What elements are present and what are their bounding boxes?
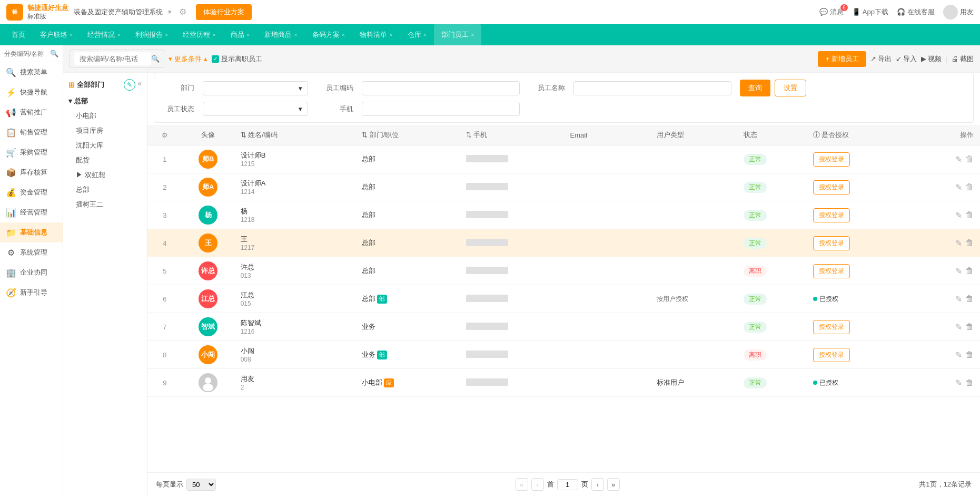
dropdown-icon[interactable]: ▾ bbox=[168, 8, 172, 16]
settings-icon[interactable]: ⚙ bbox=[179, 7, 186, 17]
edit-button[interactable]: ✎ bbox=[955, 210, 962, 220]
page-number-input[interactable] bbox=[557, 479, 578, 490]
col-header-dept[interactable]: ⇅ 部门/职位 bbox=[355, 125, 460, 145]
tab-barcode[interactable]: 条码方案 × bbox=[305, 24, 352, 45]
sidebar-item-guide[interactable]: 🧭新手引导 bbox=[0, 283, 63, 303]
dept-node-projectroom[interactable]: 项目库房 bbox=[63, 123, 147, 138]
tab-operations[interactable]: 经营情况 × bbox=[80, 24, 127, 45]
app-download-action[interactable]: 📱 App下载 bbox=[852, 7, 888, 17]
tab-customer[interactable]: 客户联络 × bbox=[33, 24, 80, 45]
auth-login-button[interactable]: 授权登录 bbox=[813, 152, 850, 167]
support-action[interactable]: 🎧 在线客服 bbox=[897, 7, 935, 17]
dept-edit-button[interactable]: ✎ bbox=[124, 79, 135, 91]
dept-node-shuanghui[interactable]: ▶ 双虹想 bbox=[63, 168, 147, 182]
user-action[interactable]: 用友 bbox=[943, 5, 974, 20]
close-icon[interactable]: × bbox=[70, 32, 73, 38]
auth-login-button[interactable]: 授权登录 bbox=[813, 264, 850, 278]
emp-code-input[interactable] bbox=[362, 81, 520, 95]
auth-login-button[interactable]: 授权登录 bbox=[813, 208, 850, 222]
next-page-button[interactable]: › bbox=[591, 478, 604, 491]
auth-login-button[interactable]: 授权登录 bbox=[813, 236, 850, 250]
tab-profit[interactable]: 利润报告 × bbox=[128, 24, 175, 45]
tab-history[interactable]: 经营历程 × bbox=[175, 24, 223, 45]
dept-node-peihuo[interactable]: 配货 bbox=[63, 153, 147, 168]
sidebar-item-company[interactable]: 🏢企业协同 bbox=[0, 262, 63, 283]
delete-button[interactable]: 🗑 bbox=[965, 182, 974, 192]
tab-material[interactable]: 物料清单 × bbox=[352, 24, 400, 45]
dept-node-puji[interactable]: 插树王二 bbox=[63, 197, 147, 212]
page-size-select[interactable]: 50 100 200 bbox=[186, 479, 216, 491]
edit-button[interactable]: ✎ bbox=[955, 294, 962, 304]
tab-newgoods[interactable]: 新增商品 × bbox=[257, 24, 304, 45]
auth-login-button[interactable]: 授权登录 bbox=[813, 180, 850, 194]
delete-button[interactable]: 🗑 bbox=[965, 294, 974, 304]
delete-button[interactable]: 🗑 bbox=[965, 322, 974, 332]
print-button[interactable]: 🖨 截图 bbox=[952, 54, 974, 64]
add-employee-button[interactable]: + 新增员工 bbox=[818, 51, 866, 67]
edit-button[interactable]: ✎ bbox=[955, 182, 962, 192]
auth-login-button[interactable]: 授权登录 bbox=[813, 320, 850, 334]
tab-warehouse[interactable]: 仓库 × bbox=[400, 24, 434, 45]
close-icon[interactable]: × bbox=[212, 32, 215, 38]
emp-status-select[interactable]: ▾ bbox=[203, 102, 308, 116]
edit-button[interactable]: ✎ bbox=[955, 350, 962, 360]
sidebar-item-operation[interactable]: 📊经营管理 bbox=[0, 202, 63, 222]
close-icon[interactable]: × bbox=[117, 32, 120, 38]
sidebar-item-basic[interactable]: 📁基础信息 bbox=[0, 222, 63, 242]
dept-node-zongbu[interactable]: ▾ 总部 bbox=[63, 94, 147, 109]
edit-button[interactable]: ✎ bbox=[955, 378, 962, 388]
sidebar-item-finance[interactable]: 💰资金管理 bbox=[0, 182, 63, 202]
show-resigned-toggle[interactable]: ✓ 显示离职员工 bbox=[212, 54, 262, 64]
close-icon[interactable]: × bbox=[246, 32, 250, 38]
reset-button[interactable]: 设置 bbox=[775, 80, 806, 96]
view-button[interactable]: ▶ 视频 bbox=[921, 54, 942, 64]
dept-collapse-button[interactable]: « bbox=[137, 79, 142, 91]
close-icon[interactable]: × bbox=[165, 32, 168, 38]
sidebar-item-purchase[interactable]: 🛒采购管理 bbox=[0, 142, 63, 162]
prev-page-button[interactable]: ‹ bbox=[531, 478, 544, 491]
edit-button[interactable]: ✎ bbox=[955, 154, 962, 164]
sidebar-item-quick[interactable]: ⚡快捷导航 bbox=[0, 82, 63, 102]
dept-select[interactable]: ▾ bbox=[203, 81, 308, 95]
filter-button[interactable]: ▾ 更多条件 ▴ bbox=[169, 54, 207, 64]
import-button[interactable]: ↙ 导入 bbox=[896, 54, 917, 64]
edit-button[interactable]: ✎ bbox=[955, 322, 962, 332]
trial-button[interactable]: 体验行业方案 bbox=[196, 4, 252, 20]
export-button[interactable]: ↗ 导出 bbox=[870, 54, 892, 64]
close-icon[interactable]: × bbox=[342, 32, 345, 38]
edit-button[interactable]: ✎ bbox=[955, 238, 962, 248]
message-action[interactable]: 💬 消息 6 bbox=[819, 7, 844, 17]
last-page-button[interactable]: » bbox=[607, 478, 620, 491]
tab-goods[interactable]: 商品 × bbox=[223, 24, 257, 45]
sidebar-search-input[interactable] bbox=[4, 50, 48, 57]
dept-node-shenyang[interactable]: 沈阳大库 bbox=[63, 138, 147, 153]
tab-employee[interactable]: 部门员工 × bbox=[434, 24, 481, 45]
close-icon[interactable]: × bbox=[294, 32, 297, 38]
auth-login-button[interactable]: 授权登录 bbox=[813, 348, 850, 362]
first-page-button[interactable]: « bbox=[516, 478, 528, 491]
delete-button[interactable]: 🗑 bbox=[965, 154, 974, 164]
phone-input[interactable] bbox=[362, 102, 520, 116]
delete-button[interactable]: 🗑 bbox=[965, 378, 974, 387]
sidebar-item-system[interactable]: ⚙系统管理 bbox=[0, 242, 63, 262]
query-button[interactable]: 查询 bbox=[740, 80, 770, 96]
col-header-name[interactable]: ⇅ 姓名/编码 bbox=[234, 125, 356, 145]
dept-node-xiaodiandept[interactable]: 小电部 bbox=[63, 109, 147, 123]
col-header-phone[interactable]: ⇅ 手机 bbox=[460, 125, 564, 145]
delete-button[interactable]: 🗑 bbox=[965, 238, 974, 248]
sidebar-item-search[interactable]: 🔍搜索菜单 bbox=[0, 62, 63, 82]
close-icon[interactable]: × bbox=[423, 32, 427, 38]
emp-name-input[interactable] bbox=[573, 81, 731, 95]
delete-button[interactable]: 🗑 bbox=[965, 210, 974, 220]
sidebar-item-inventory[interactable]: 📦库存核算 bbox=[0, 162, 63, 182]
sidebar-item-marketing[interactable]: 📢营销推广 bbox=[0, 102, 63, 122]
delete-button[interactable]: 🗑 bbox=[965, 266, 974, 276]
delete-button[interactable]: 🗑 bbox=[965, 350, 974, 359]
edit-button[interactable]: ✎ bbox=[955, 266, 962, 276]
search-box[interactable]: 🔍 bbox=[70, 50, 164, 68]
close-icon[interactable]: × bbox=[471, 32, 474, 38]
close-icon[interactable]: × bbox=[389, 32, 392, 38]
search-input[interactable] bbox=[74, 52, 151, 65]
dept-node-zongbu2[interactable]: 总部 bbox=[63, 182, 147, 197]
sidebar-item-sales[interactable]: 📋销售管理 bbox=[0, 122, 63, 142]
